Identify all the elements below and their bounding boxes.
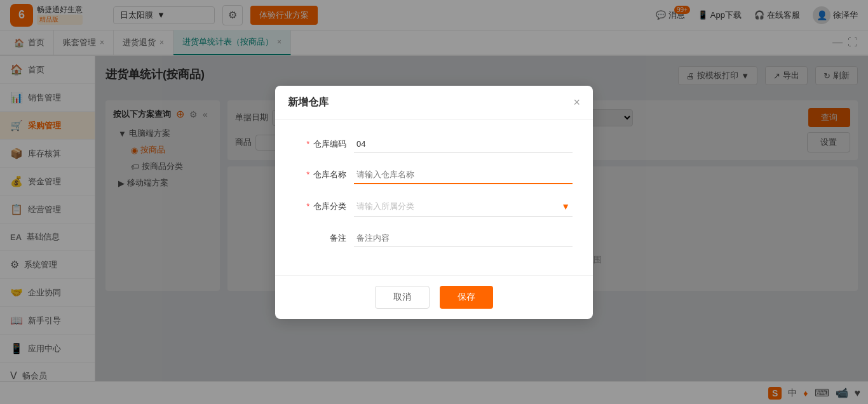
warehouse-name-input[interactable] bbox=[354, 166, 573, 184]
dialog-close-button[interactable]: × bbox=[573, 97, 580, 108]
name-label: * 仓库名称 bbox=[295, 169, 346, 180]
warehouse-code-input[interactable] bbox=[354, 135, 573, 153]
form-row-name: * 仓库名称 bbox=[295, 166, 573, 184]
dialog: 新增仓库 × * 仓库编码 * 仓库名称 bbox=[275, 86, 593, 319]
required-star: * bbox=[306, 170, 309, 179]
form-row-remark: 备注 bbox=[295, 229, 573, 247]
form-row-category: * 仓库分类 请输入所属分类 ▼ bbox=[295, 197, 573, 217]
dialog-footer: 取消 保存 bbox=[275, 275, 593, 319]
dialog-body: * 仓库编码 * 仓库名称 * 仓库分类 请输入所属 bbox=[275, 120, 593, 275]
save-button[interactable]: 保存 bbox=[440, 286, 493, 309]
category-select[interactable]: 请输入所属分类 ▼ bbox=[354, 197, 573, 217]
code-label: * 仓库编码 bbox=[295, 138, 346, 150]
category-placeholder: 请输入所属分类 bbox=[356, 201, 561, 212]
required-star: * bbox=[306, 139, 309, 149]
modal-overlay: 新增仓库 × * 仓库编码 * 仓库名称 bbox=[0, 0, 868, 404]
form-row-code: * 仓库编码 bbox=[295, 135, 573, 153]
required-star: * bbox=[306, 201, 309, 211]
remark-input[interactable] bbox=[354, 229, 573, 247]
select-arrow-icon: ▼ bbox=[561, 201, 570, 212]
dialog-title: 新增仓库 bbox=[288, 96, 329, 109]
category-label: * 仓库分类 bbox=[295, 201, 346, 212]
cancel-button[interactable]: 取消 bbox=[375, 286, 430, 309]
dialog-header: 新增仓库 × bbox=[275, 86, 593, 120]
remark-label: 备注 bbox=[295, 232, 346, 244]
